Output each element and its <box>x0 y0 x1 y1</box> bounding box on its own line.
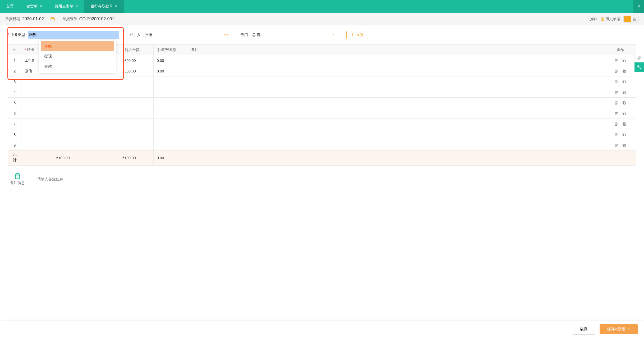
cell-out-account[interactable] <box>21 129 53 140</box>
tab-expense[interactable]: 费用支出单× <box>48 0 84 13</box>
cell-in-amount[interactable] <box>119 119 154 129</box>
cell-fee[interactable] <box>154 119 188 129</box>
delete-row-button[interactable] <box>614 122 618 126</box>
cell-in-amount[interactable] <box>119 76 154 87</box>
close-icon[interactable]: × <box>115 4 117 9</box>
delete-row-button[interactable] <box>614 133 618 137</box>
tab-bank[interactable]: 银行存取款单× <box>84 0 124 13</box>
cell-remark[interactable] <box>188 87 604 98</box>
copy-row-button[interactable] <box>622 58 626 63</box>
table-row[interactable]: 8 <box>8 129 636 140</box>
copy-row-button[interactable] <box>622 143 626 147</box>
cell-out-amount[interactable] <box>53 98 119 108</box>
delete-row-button[interactable] <box>614 90 618 94</box>
cell-fee[interactable] <box>154 87 188 98</box>
dropdown-option-withdraw[interactable]: 提现 <box>41 51 114 61</box>
date-value[interactable]: 2020-01-02 <box>22 17 44 21</box>
table-row[interactable]: 3 <box>8 76 636 87</box>
cell-fee[interactable] <box>154 129 188 140</box>
cell-in-amount[interactable] <box>119 140 154 151</box>
table-row[interactable]: 9 <box>8 140 636 151</box>
col-action: 操作 <box>604 45 636 55</box>
cell-out-account[interactable] <box>21 119 53 129</box>
cell-remark[interactable] <box>188 129 604 140</box>
cell-fee[interactable]: 0.00 <box>154 66 188 76</box>
copy-row-button[interactable] <box>622 90 626 94</box>
cell-in-amount[interactable]: 3800.00 <box>119 55 154 66</box>
remark-input[interactable] <box>32 169 641 189</box>
calendar-icon[interactable] <box>50 17 55 21</box>
cell-out-amount[interactable] <box>53 108 119 119</box>
cell-remark[interactable] <box>188 98 604 108</box>
cell-remark[interactable] <box>188 108 604 119</box>
cell-remark[interactable] <box>188 119 604 129</box>
delete-row-button[interactable] <box>614 101 618 105</box>
more-icon[interactable]: ••• <box>223 33 229 37</box>
copy-row-button[interactable] <box>622 133 626 137</box>
delete-row-button[interactable] <box>614 111 618 116</box>
cell-in-amount[interactable] <box>119 87 154 98</box>
cell-out-amount[interactable] <box>53 119 119 129</box>
cell-remark[interactable] <box>188 76 604 87</box>
close-icon[interactable]: × <box>75 4 78 9</box>
cell-fee[interactable] <box>154 108 188 119</box>
close-icon[interactable]: × <box>40 4 42 9</box>
handler-input[interactable] <box>144 31 230 39</box>
operate-button[interactable]: 操作 <box>585 17 597 21</box>
cell-fee[interactable] <box>154 98 188 108</box>
settings-column-header[interactable] <box>8 45 21 55</box>
table-row[interactable]: 4 <box>8 87 636 98</box>
row-index: 4 <box>8 87 21 98</box>
cell-remark[interactable] <box>188 66 604 76</box>
cell-in-amount[interactable] <box>119 98 154 108</box>
expand-button[interactable] <box>634 62 644 72</box>
cell-out-amount[interactable] <box>53 87 119 98</box>
window-close-button[interactable]: × <box>633 0 644 13</box>
cell-fee[interactable] <box>154 140 188 151</box>
copy-row-button[interactable] <box>622 69 626 73</box>
table-row[interactable]: 5 <box>8 98 636 108</box>
cell-out-account[interactable] <box>21 108 53 119</box>
cell-fee[interactable]: 0.00 <box>154 55 188 66</box>
cell-out-account[interactable] <box>21 76 53 87</box>
biz-type-select[interactable] <box>28 31 119 39</box>
copy-row-button[interactable] <box>622 122 626 126</box>
cell-out-amount[interactable] <box>53 76 119 87</box>
table-row[interactable]: 7 <box>8 119 636 129</box>
delete-row-button[interactable] <box>614 58 618 63</box>
tab-bar: 首页 销货单× 费用支出单× 银行存取款单× × <box>0 0 644 13</box>
delete-row-button[interactable] <box>614 143 618 147</box>
cell-out-account[interactable] <box>21 98 53 108</box>
cell-remark[interactable] <box>188 140 604 151</box>
col-remark: 备注 <box>188 45 604 55</box>
cell-out-account[interactable] <box>21 87 53 98</box>
cell-actions <box>604 129 636 140</box>
cell-in-amount[interactable] <box>119 108 154 119</box>
cell-in-amount[interactable] <box>119 129 154 140</box>
svg-rect-9 <box>635 18 636 19</box>
dept-group: 部门 <box>241 31 336 39</box>
delete-row-button[interactable] <box>614 80 618 84</box>
copy-row-button[interactable] <box>622 80 626 84</box>
tab-home[interactable]: 首页 <box>0 0 20 13</box>
dropdown-option-deposit[interactable]: 存款 <box>41 61 114 71</box>
cell-out-account[interactable] <box>21 140 53 151</box>
copy-row-button[interactable] <box>622 111 626 116</box>
cell-in-amount[interactable]: 2300.00 <box>119 66 154 76</box>
copy-row-button[interactable] <box>622 101 626 105</box>
dropdown-option-transfer[interactable]: 转账 <box>41 41 114 51</box>
cell-fee[interactable] <box>154 76 188 87</box>
cell-out-amount[interactable] <box>53 140 119 151</box>
cell-out-amount[interactable] <box>53 129 119 140</box>
dept-select[interactable] <box>251 31 336 39</box>
table-row[interactable]: 6 <box>8 108 636 119</box>
delete-row-button[interactable] <box>614 69 618 73</box>
cell-remark[interactable] <box>188 55 604 66</box>
document-header: 单据日期 2020-01-02 单据编号 CQ-20200102-001 操作 … <box>0 13 644 25</box>
settings-button[interactable]: 设置 <box>346 31 368 39</box>
card-view-button[interactable] <box>631 16 638 22</box>
history-button[interactable]: 历史单据 <box>601 17 620 21</box>
list-view-button[interactable] <box>624 16 631 22</box>
attachment-button[interactable] <box>634 53 644 62</box>
tab-sales[interactable]: 销货单× <box>20 0 48 13</box>
